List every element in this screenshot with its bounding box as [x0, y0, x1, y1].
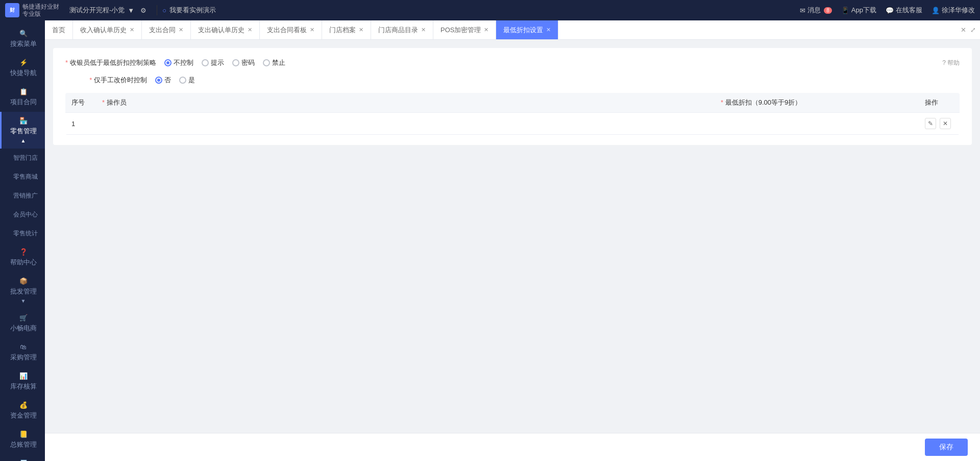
sidebar-item-label: 小畅电商: [10, 324, 37, 333]
ecommerce-icon: 🛒: [19, 314, 28, 322]
finance-icon: 💰: [19, 401, 28, 409]
project-selector[interactable]: 测试分开完程-小觉 ▼ ⚙: [69, 6, 146, 15]
sidebar-item-label: 批发管理: [10, 287, 37, 296]
sidebar-item-help-center[interactable]: ❓ 帮助中心: [0, 243, 45, 272]
sidebar-item-label: 库存核算: [10, 382, 37, 391]
sidebar-item-label: 零售统计: [13, 229, 38, 238]
table-header-row: 序号 操作员 最低折扣（9.00等于9折） 操作: [65, 93, 960, 113]
sidebar-item-smart-store[interactable]: 智营门店: [0, 149, 45, 167]
sidebar-item-finance-manage[interactable]: 💰 资金管理: [0, 396, 45, 425]
message-button[interactable]: ✉ 消息 8: [800, 6, 832, 15]
inventory-icon: 📊: [19, 372, 28, 380]
cell-seq: 1: [65, 113, 96, 135]
project-name: 测试分开完程-小觉: [69, 6, 125, 15]
project-dropdown-icon: ▼: [128, 7, 134, 14]
form-card: 收银员低于最低折扣控制策略 不控制 提示 密码: [53, 48, 972, 145]
app-download-button[interactable]: 📱 App下载: [841, 6, 876, 15]
sidebar-item-ecommerce[interactable]: 🛒 小畅电商: [0, 309, 45, 338]
table-row: 1 ✎ ✕: [65, 113, 960, 135]
tabs-expand-icon[interactable]: ⤢: [970, 26, 976, 34]
sidebar-item-retail-manage[interactable]: 🏪 零售管理 ▲: [0, 112, 45, 149]
sidebar-item-label: 会员中心: [13, 210, 38, 219]
contract-icon: 📋: [19, 88, 28, 95]
radio-no-control[interactable]: 不控制: [164, 58, 193, 67]
message-icon: ✉: [800, 7, 805, 14]
search-icon: 🔍: [19, 30, 28, 37]
sidebar-item-label: 帮助中心: [10, 258, 37, 267]
tab-close-store-archive[interactable]: ✕: [359, 27, 363, 33]
sidebar-item-inventory[interactable]: 📊 库存核算: [0, 367, 45, 396]
tab-close-min-discount[interactable]: ✕: [546, 27, 551, 33]
sidebar-item-label: 零售管理: [10, 127, 37, 136]
sidebar-item-member-center[interactable]: 会员中心: [0, 205, 45, 224]
radio-prompt[interactable]: 提示: [202, 58, 224, 67]
sidebar-item-label: 智营门店: [13, 154, 38, 162]
tabs-bar: 首页 收入确认单历史 ✕ 支出合同 ✕ 支出确认单历史 ✕ 支出合同看板 ✕ 门…: [45, 20, 980, 40]
th-min-discount: 最低折扣（9.00等于9折）: [715, 93, 919, 113]
app-download-icon: 📱: [841, 7, 849, 14]
sidebar-item-invoice-manage[interactable]: 🧾 发票管理: [0, 454, 45, 461]
delete-row-button[interactable]: ✕: [940, 118, 951, 129]
sidebar-item-retail-stats[interactable]: 零售统计: [0, 224, 45, 243]
edit-row-button[interactable]: ✎: [925, 118, 936, 129]
settings-icon[interactable]: ⚙: [140, 7, 146, 14]
tab-close-payment-confirm[interactable]: ✕: [248, 27, 252, 33]
sidebar-item-search[interactable]: 🔍 搜索菜单: [0, 25, 45, 54]
demo-link[interactable]: ○ 我要看实例演示: [162, 6, 216, 15]
sidebar-item-label: 营销推广: [13, 191, 38, 200]
tab-close-income-confirm[interactable]: ✕: [130, 27, 134, 33]
radio-circle-manual-yes: [179, 77, 186, 84]
save-button[interactable]: 保存: [925, 439, 968, 456]
data-table: 序号 操作员 最低折扣（9.00等于9折） 操作: [65, 93, 960, 135]
cell-operator: [96, 113, 715, 135]
radio-manual-no[interactable]: 否: [155, 76, 171, 85]
tab-pos-password[interactable]: POS加密管理 ✕: [433, 20, 496, 40]
sidebar-item-wholesale-manage[interactable]: 📦 批发管理 ▼: [0, 272, 45, 309]
content-area: 首页 收入确认单历史 ✕ 支出合同 ✕ 支出确认单历史 ✕ 支出合同看板 ✕ 门…: [45, 20, 980, 461]
sidebar-item-purchase-manage[interactable]: 🛍 采购管理: [0, 338, 45, 367]
sidebar-item-quick-nav[interactable]: ⚡ 快捷导航: [0, 54, 45, 83]
tab-payment-contract[interactable]: 支出合同 ✕: [142, 20, 191, 40]
tab-store-archive[interactable]: 门店档案 ✕: [322, 20, 371, 40]
sidebar-item-general-ledger[interactable]: 📒 总账管理: [0, 425, 45, 454]
tabs-close-all-icon[interactable]: ✕: [961, 26, 966, 34]
cell-action: ✎ ✕: [919, 113, 960, 135]
tab-min-discount[interactable]: 最低折扣设置 ✕: [496, 20, 558, 40]
manual-price-row: 仅手工改价时控制 否 是: [65, 76, 960, 85]
wholesale-icon: 📦: [19, 277, 28, 285]
tab-store-products[interactable]: 门店商品目录 ✕: [371, 20, 433, 40]
tab-close-payment-board[interactable]: ✕: [310, 27, 314, 33]
tab-income-confirm[interactable]: 收入确认单历史 ✕: [73, 20, 142, 40]
sidebar: 🔍 搜索菜单 ⚡ 快捷导航 📋 项目合同 🏪 零售管理 ▲ 智营门店 零售商城 …: [0, 20, 45, 461]
cell-min-discount: [715, 113, 919, 135]
tab-close-store-products[interactable]: ✕: [421, 27, 426, 33]
sidebar-item-retail-mall[interactable]: 零售商城: [0, 167, 45, 186]
help-link[interactable]: ? 帮助: [942, 59, 960, 67]
collapse-icon: ▲: [21, 138, 26, 143]
control-policy-label: 收银员低于最低折扣控制策略: [65, 58, 156, 67]
tab-payment-board[interactable]: 支出合同看板 ✕: [260, 20, 322, 40]
radio-forbid[interactable]: 禁止: [263, 58, 285, 67]
user-menu-button[interactable]: 👤 徐泽华修改: [932, 6, 975, 15]
sidebar-item-project-contract[interactable]: 📋 项目合同: [0, 83, 45, 112]
radio-circle-manual-no: [155, 77, 162, 84]
radio-manual-yes[interactable]: 是: [179, 76, 195, 85]
tab-close-payment-contract[interactable]: ✕: [179, 27, 183, 33]
sidebar-item-marketing[interactable]: 营销推广: [0, 186, 45, 205]
radio-password[interactable]: 密码: [232, 58, 255, 67]
radio-circle-forbid: [263, 59, 270, 66]
bottom-bar: 保存: [45, 433, 980, 461]
tab-close-pos-password[interactable]: ✕: [484, 27, 488, 33]
radio-circle-password: [232, 59, 239, 66]
online-service-button[interactable]: 💬 在线客服: [886, 6, 922, 15]
main-layout: 🔍 搜索菜单 ⚡ 快捷导航 📋 项目合同 🏪 零售管理 ▲ 智营门店 零售商城 …: [0, 20, 980, 461]
sidebar-item-label: 资金管理: [10, 411, 37, 420]
radio-circle-no-control: [164, 59, 172, 66]
ledger-icon: 📒: [19, 430, 28, 438]
user-avatar-icon: 👤: [932, 7, 940, 14]
page-content: 收银员低于最低折扣控制策略 不控制 提示 密码: [45, 40, 980, 433]
tab-home[interactable]: 首页: [45, 20, 73, 40]
sidebar-item-label: 快捷导航: [10, 68, 37, 78]
logo-text: 畅捷通好业财 专业版: [22, 3, 59, 18]
tab-payment-confirm[interactable]: 支出确认单历史 ✕: [191, 20, 260, 40]
